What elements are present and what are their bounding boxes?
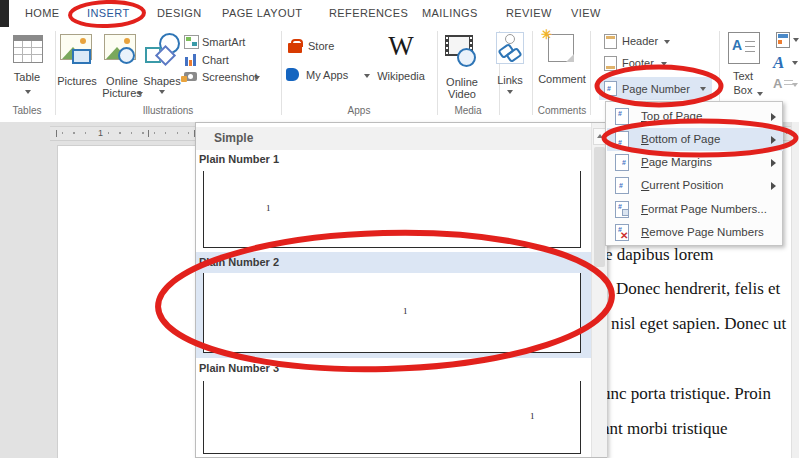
drop-cap-button[interactable]: A (772, 76, 799, 92)
globe-icon (457, 48, 476, 67)
doc-text-line: unc porta tristique. Proin (602, 384, 771, 404)
chevron-down-icon (664, 40, 670, 44)
quick-parts-icon (776, 32, 790, 48)
menu-item-current-position[interactable]: # Current Position (607, 174, 783, 197)
tab-insert[interactable]: INSERT (87, 7, 130, 19)
monitor-icon (72, 49, 91, 64)
menu-item-format-page-numbers[interactable]: # Format Page Numbers... (607, 198, 783, 221)
comment-button-label: Comment (534, 73, 590, 85)
chevron-down-icon (793, 38, 799, 42)
document-scrollbar[interactable] (791, 122, 799, 458)
drop-cap-icon: A (773, 76, 782, 91)
menu-item-remove-page-numbers[interactable]: # ✕ Remove Page Numbers (607, 221, 783, 244)
header-button[interactable]: Header (600, 34, 714, 52)
illustrations-group-label: Illustrations (60, 105, 276, 116)
link-icon (496, 32, 524, 64)
chevron-down-icon (25, 90, 31, 94)
table-button[interactable]: Table (2, 30, 52, 102)
header-button-label: Header (622, 35, 658, 47)
pictures-button[interactable]: Pictures (56, 33, 98, 113)
submenu-arrow-icon (771, 136, 776, 144)
comment-button[interactable]: ✳ Comment (534, 31, 590, 111)
page-number-icon: # (604, 81, 617, 96)
tab-home[interactable]: HOME (25, 7, 60, 19)
page-preview: 1 (203, 171, 581, 248)
wordart-icon: A (773, 53, 784, 73)
bottom-of-page-icon: # (615, 131, 629, 148)
submenu-arrow-icon (771, 182, 776, 190)
menu-item-page-margins[interactable]: # Page Margins (607, 151, 783, 174)
submenu-arrow-icon (771, 159, 776, 167)
chevron-down-icon (792, 61, 798, 65)
text-box-icon: A (728, 32, 760, 64)
quick-parts-button[interactable] (772, 32, 799, 48)
tab-design[interactable]: DESIGN (157, 7, 202, 19)
footer-button[interactable]: Footer (600, 56, 714, 74)
doc-text-line: e dapibus lorem (605, 245, 714, 265)
menu-item-bottom-of-page[interactable]: # Bottom of Page (607, 128, 783, 151)
page-number-button-label: Page Number (622, 83, 690, 95)
chart-button[interactable]: Chart (184, 53, 256, 67)
globe-icon (118, 47, 135, 64)
wordart-button[interactable]: A (772, 53, 799, 71)
tab-mailings[interactable]: MAILINGS (422, 7, 478, 19)
ruler-inch-label: 1 (96, 128, 105, 138)
store-bag-icon (288, 39, 302, 53)
smartart-button-label: SmartArt (202, 36, 245, 48)
footer-icon (604, 56, 617, 71)
links-button[interactable]: Links (492, 31, 528, 117)
shapes-icon (145, 33, 179, 69)
chevron-down-icon (757, 92, 763, 96)
window-edge (0, 0, 9, 27)
page-preview: 1 (203, 273, 581, 353)
chevron-down-icon (507, 90, 513, 94)
gallery-item-plain-number-3[interactable]: Plain Number 3 1 (196, 360, 591, 458)
text-box-button-label: Text Box (726, 69, 760, 97)
menu-item-top-of-page[interactable]: # Top of Page (607, 105, 783, 128)
current-position-icon: # (615, 177, 629, 194)
gallery-section-header: Simple (196, 127, 591, 150)
group-divider (532, 31, 533, 115)
text-box-button[interactable]: A Text Box (722, 31, 766, 103)
my-apps-button[interactable]: My Apps (285, 66, 375, 84)
format-page-numbers-icon: # (615, 201, 629, 218)
pictures-button-label: Pictures (54, 75, 100, 87)
online-video-button-label: Online Video (440, 76, 484, 100)
chart-icon (184, 53, 197, 66)
smartart-button[interactable]: SmartArt (184, 35, 256, 49)
comments-group-label: Comments (534, 105, 590, 116)
page-number-menu: # Top of Page # Bottom of Page # Page Ma… (605, 101, 783, 246)
word-window: HOME INSERT DESIGN PAGE LAYOUT REFERENCE… (0, 0, 799, 458)
chart-button-label: Chart (202, 54, 229, 66)
header-icon (604, 34, 617, 49)
doc-text-line: nisl eget sapien. Donec ut (611, 314, 786, 334)
table-button-label: Table (2, 71, 52, 83)
group-divider (437, 31, 438, 115)
wikipedia-icon: W (368, 31, 434, 61)
top-of-page-icon: # (615, 108, 629, 125)
tab-references[interactable]: REFERENCES (329, 7, 408, 19)
footer-button-label: Footer (622, 57, 654, 69)
sparkle-icon: ✳ (541, 27, 552, 42)
links-button-label: Links (492, 74, 528, 86)
chevron-down-icon (254, 76, 260, 80)
scrollbar-thumb[interactable] (594, 147, 605, 267)
screenshot-button[interactable]: Screenshot (184, 70, 260, 84)
page-number-button[interactable]: # Page Number (599, 77, 712, 100)
gallery-item-plain-number-2[interactable]: Plain Number 2 1 (196, 252, 592, 358)
media-group-label: Media (441, 105, 495, 116)
online-video-button[interactable]: Online Video (440, 34, 484, 114)
wikipedia-button[interactable]: W Wikipedia (368, 31, 434, 87)
wikipedia-button-label: Wikipedia (368, 70, 434, 82)
store-button[interactable]: Store (287, 38, 347, 56)
screenshot-button-label: Screenshot (202, 71, 258, 83)
tab-page-layout[interactable]: PAGE LAYOUT (222, 7, 302, 19)
page-margins-icon: # (615, 154, 629, 171)
my-apps-button-label: My Apps (306, 69, 348, 81)
tab-view[interactable]: VIEW (571, 7, 601, 19)
page-number-gallery: Simple Plain Number 1 1 Plain Number 2 1… (195, 122, 607, 458)
tab-review[interactable]: REVIEW (506, 7, 552, 19)
tab-bar: HOME INSERT DESIGN PAGE LAYOUT REFERENCE… (0, 0, 799, 28)
doc-text-line: Donec hendrerit, felis et (616, 279, 780, 299)
smartart-icon (184, 35, 199, 49)
